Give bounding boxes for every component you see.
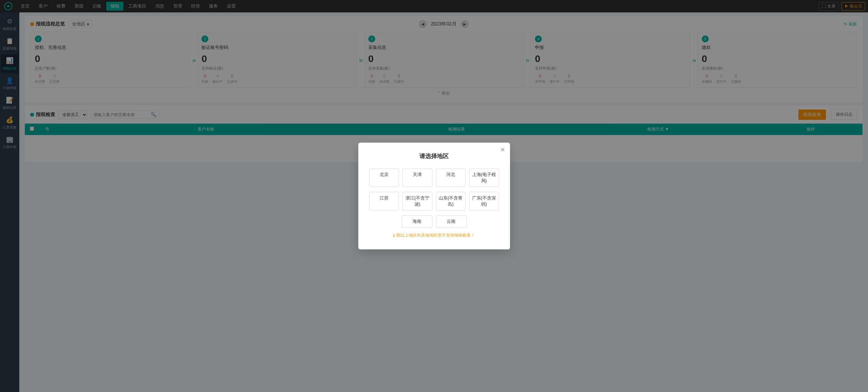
modal-overlay: ✕ 请选择地区 北京 天津 河北 上海(电子税局) 江苏 浙江(不含宁波) 山东… [0,0,868,392]
region-button-yunnan[interactable]: 云南 [436,215,467,228]
region-button-shandong[interactable]: 山东(不含青岛) [436,192,466,210]
modal-close-button[interactable]: ✕ [500,147,505,153]
region-button-guangdong[interactable]: 广东(不含深圳) [469,192,499,210]
modal-title: 请选择地区 [369,152,499,160]
region-grid-row3: 海南 云南 [402,215,467,228]
region-grid-row1: 北京 天津 河北 上海(电子税局) [369,168,499,187]
region-button-beijing[interactable]: 北京 [369,168,399,187]
region-button-hebei[interactable]: 河北 [436,168,466,187]
region-button-hainan[interactable]: 海南 [402,215,432,228]
warning-icon: ℹ [393,233,395,238]
region-button-shanghai[interactable]: 上海(电子税局) [469,168,499,187]
region-button-jiangsu[interactable]: 江苏 [369,192,399,210]
region-select-modal: ✕ 请选择地区 北京 天津 河北 上海(电子税局) 江苏 浙江(不含宁波) 山东… [358,143,510,249]
region-button-tianjin[interactable]: 天津 [402,168,432,187]
warning-text: 除以上地区外其他地区暂不支持报税检查！ [396,233,475,238]
region-grid-row2: 江苏 浙江(不含宁波) 山东(不含青岛) 广东(不含深圳) [369,192,499,210]
modal-warning: ℹ 除以上地区外其他地区暂不支持报税检查！ [369,233,499,238]
region-button-zhejiang[interactable]: 浙江(不含宁波) [402,192,432,210]
